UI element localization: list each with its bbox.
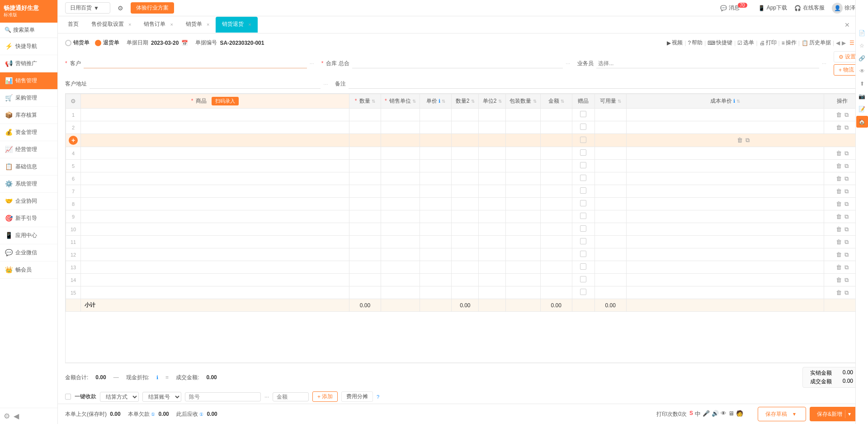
copy-icon-8[interactable]: ⧉: [844, 200, 849, 208]
tab-sales-order[interactable]: 销售订单 ×: [137, 17, 179, 33]
gift-checkbox-2[interactable]: [580, 124, 586, 130]
sidebar-item-inventory[interactable]: 📦 库存核算: [0, 107, 57, 124]
sidebar-item-finance[interactable]: 💰 资金管理: [0, 124, 57, 141]
save-draft-chevron[interactable]: ▾: [790, 410, 798, 418]
nav-prev-icon[interactable]: ◀: [836, 40, 840, 46]
toolbar-print[interactable]: 🖨 打印: [760, 39, 777, 47]
copy-icon-13[interactable]: ⧉: [844, 264, 849, 271]
right-panel-eye-icon[interactable]: 👁: [856, 65, 868, 77]
mic-icon[interactable]: 🎤: [703, 410, 710, 418]
row-unit2-1[interactable]: [479, 109, 506, 121]
delete-icon-2[interactable]: 🗑: [836, 124, 842, 131]
row-cost-1[interactable]: [626, 109, 824, 121]
account-number-input[interactable]: [185, 392, 261, 401]
gift-checkbox-15[interactable]: [580, 289, 586, 295]
row-amount-1[interactable]: [540, 109, 572, 121]
save-new-chevron[interactable]: ▾: [845, 410, 854, 418]
row-product-3[interactable]: [81, 134, 349, 147]
amount-sort-icon[interactable]: ⇅: [561, 99, 564, 104]
amount-input[interactable]: [273, 392, 309, 401]
delete-icon-11[interactable]: 🗑: [836, 238, 842, 246]
gift-checkbox-6[interactable]: [580, 175, 586, 181]
s-icon[interactable]: S: [689, 410, 693, 418]
nav-next-icon[interactable]: ▶: [842, 40, 846, 46]
delete-icon-14[interactable]: 🗑: [836, 276, 842, 284]
toolbar-video[interactable]: ▶ 视频: [667, 39, 683, 47]
tab-sales-return-close[interactable]: ×: [248, 22, 251, 27]
th-config[interactable]: ⚙: [66, 94, 81, 109]
delete-icon-4[interactable]: 🗑: [836, 150, 842, 157]
delete-icon-8[interactable]: 🗑: [836, 200, 842, 208]
right-panel-upload-icon[interactable]: ⬆: [856, 78, 868, 90]
row-qty-1[interactable]: [349, 109, 381, 121]
delete-icon-3[interactable]: 🗑: [737, 137, 743, 144]
delete-icon-9[interactable]: 🗑: [836, 213, 842, 220]
row-qty-3[interactable]: [349, 134, 381, 147]
row-qty2-1[interactable]: [452, 109, 479, 121]
row-unit-3[interactable]: [381, 134, 420, 147]
note-input[interactable]: [349, 79, 861, 89]
settings-bottom-icon[interactable]: ⚙: [4, 412, 10, 420]
copy-icon-1[interactable]: ⧉: [844, 111, 849, 119]
settlement-account-select[interactable]: 结算账号: [142, 392, 181, 402]
row-product-1[interactable]: [81, 109, 349, 121]
add-button[interactable]: + 添加: [312, 391, 338, 402]
sidebar-item-quick-nav[interactable]: ⚡ 快捷导航: [0, 38, 57, 55]
unit2-sort-icon[interactable]: ⇅: [498, 99, 502, 104]
sidebar-item-enterprise-wechat[interactable]: 💬 企业微信: [0, 244, 57, 262]
sidebar-item-system[interactable]: ⚙️ 系统管理: [0, 176, 57, 193]
sidebar-item-basic-info[interactable]: 📋 基础信息: [0, 158, 57, 176]
qty2-sort-icon[interactable]: ⇅: [471, 99, 475, 104]
unit-sort-icon[interactable]: ⇅: [412, 99, 416, 104]
right-panel-home-icon[interactable]: 🏠: [856, 116, 868, 128]
row-qty2-2[interactable]: [452, 121, 479, 134]
toolbar-shortcuts[interactable]: ⌨ 快捷键: [708, 39, 732, 47]
copy-icon-15[interactable]: ⧉: [844, 289, 849, 296]
row-product-2[interactable]: [81, 121, 349, 134]
row-unit-1[interactable]: [381, 109, 420, 121]
toolbar-select[interactable]: ☑ 选单: [737, 39, 754, 47]
config-gear-icon[interactable]: ⚙: [71, 98, 76, 105]
row-gift-3[interactable]: [572, 134, 594, 147]
gift-checkbox-3[interactable]: [580, 137, 586, 143]
online-service-item[interactable]: 🎧 在线客服: [794, 4, 825, 12]
toolbar-operations[interactable]: ≡ 操作: [782, 39, 797, 47]
delete-icon-1[interactable]: 🗑: [836, 111, 842, 119]
view-list-icon[interactable]: ☰: [849, 40, 854, 46]
right-panel-star-icon[interactable]: ☆: [856, 40, 868, 52]
sidebar-item-operations[interactable]: 📈 经营管理: [0, 141, 57, 158]
row-pack-2[interactable]: [506, 121, 540, 134]
tab-price-setting[interactable]: 售价提取设置 ×: [85, 17, 137, 33]
copy-icon-10[interactable]: ⧉: [844, 226, 849, 233]
copy-icon-6[interactable]: ⧉: [844, 175, 849, 182]
unit-price-sort-icon[interactable]: ⇅: [442, 99, 445, 104]
copy-icon-7[interactable]: ⧉: [844, 188, 849, 195]
screen-icon[interactable]: 🖥: [728, 410, 734, 418]
eye-icon[interactable]: 👁: [721, 410, 726, 418]
toolbar-help[interactable]: ? 帮助: [688, 39, 703, 47]
address-input[interactable]: [90, 79, 321, 89]
sidebar-item-marketing[interactable]: 📢 营销推广: [0, 55, 57, 72]
save-draft-button[interactable]: 保存草稿 ▾: [758, 407, 806, 421]
qty-sort-icon[interactable]: ⇅: [372, 99, 375, 104]
delete-icon-12[interactable]: 🗑: [836, 251, 842, 258]
gift-checkbox-13[interactable]: [580, 263, 586, 270]
copy-icon-4[interactable]: ⧉: [844, 150, 849, 157]
one-click-payment-checkbox[interactable]: [65, 394, 71, 400]
calendar-icon[interactable]: 📅: [181, 40, 188, 46]
gift-checkbox-10[interactable]: [580, 225, 586, 232]
product-input-active[interactable]: [84, 137, 346, 143]
row-gift-1[interactable]: [572, 109, 594, 121]
experience-button[interactable]: 体验行业方案: [131, 2, 174, 14]
tab-price-setting-close[interactable]: ×: [128, 22, 131, 27]
row-unit2-3[interactable]: [479, 134, 506, 147]
tab-sales-delivery[interactable]: 销货单 ×: [179, 17, 216, 33]
right-panel-photo-icon[interactable]: 📷: [856, 91, 868, 102]
tab-sales-delivery-close[interactable]: ×: [207, 22, 209, 27]
gift-checkbox-7[interactable]: [580, 187, 586, 194]
gift-checkbox-1[interactable]: [580, 111, 586, 117]
chinese-input-icon[interactable]: 中: [695, 410, 701, 418]
cost-price-info-icon[interactable]: ℹ: [733, 98, 735, 104]
row-pack-1[interactable]: [506, 109, 540, 121]
copy-icon-3[interactable]: ⧉: [745, 137, 750, 144]
